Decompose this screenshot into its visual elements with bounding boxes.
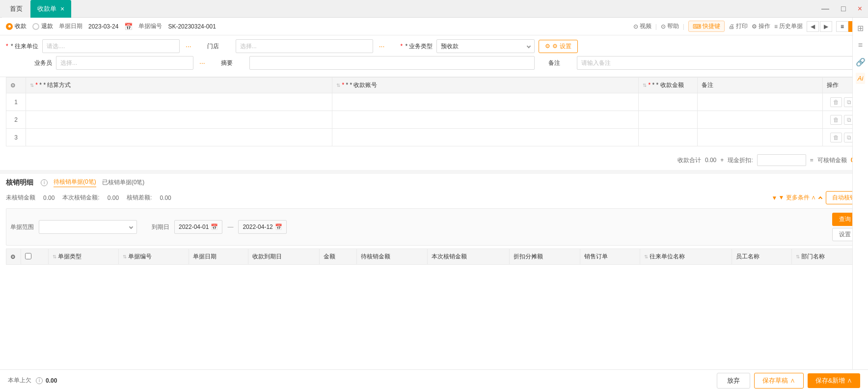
amount-cell-2[interactable] [639,111,698,129]
radio-refund-dot [32,23,39,30]
radio-receive[interactable]: 收款 [6,22,27,30]
th-amount: ⇅ * * 收款金额 [639,78,698,93]
save-button[interactable]: 保存&新增 ∧ [808,373,860,388]
delete-row-1-icon[interactable]: 🗑 [830,97,842,107]
summary-input[interactable] [249,56,535,70]
tab-home[interactable]: 首页 [2,0,30,18]
settlement-cell-2[interactable] [26,111,332,129]
receipts-table: ⚙ ⇅ * * 结算方式 ⇅ * * 收款账号 ⇅ * [6,77,862,146]
radio-refund[interactable]: 退款 [32,22,53,30]
th-counterparty-name: ⇅ 往来单位名称 [640,249,732,265]
more-conditions-button[interactable]: ▼ ▼ 更多条件 ∧ [772,194,822,202]
counterparty-more-icon[interactable]: ··· [184,42,193,50]
nav-prev-button[interactable]: ◀ [807,21,819,32]
calendar-icon[interactable]: 📅 [124,23,133,30]
th-sales-order: 销售订单 [580,249,640,265]
verify-table: ⚙ ⇅ 单据类型 ⇅ 单据编号 单据日期 [6,249,862,265]
prev-label: 本单上欠 [8,376,31,385]
nav-next-button[interactable]: ▶ [820,21,832,32]
delete-row-3-icon[interactable]: 🗑 [830,133,842,142]
th-pending-amount: 待核销金额 [357,249,428,265]
gear-icon-2[interactable]: ⚙ [10,253,16,260]
store-input[interactable]: 选择... [236,39,373,53]
staff-more-icon[interactable]: ··· [197,59,207,67]
notes-input[interactable]: 请输入备注 [577,56,862,70]
filter-icon: ▼ [772,195,778,201]
th-check-box [21,249,49,265]
sidebar-link-icon[interactable]: 🔗 [854,56,868,69]
sidebar-table-icon[interactable]: ⊞ [855,22,866,35]
prev-value: 0.00 [46,377,57,384]
th-bill-date: 单据日期 [189,249,248,265]
account-cell-1[interactable] [332,93,639,111]
verified-tab[interactable]: 已核销单据(0笔) [102,178,145,187]
close-button[interactable]: × [854,2,866,15]
th-current-amount: 本次核销金额 [428,249,510,265]
video-action[interactable]: ⊙ 视频 [633,22,651,30]
plus-sign: + [720,157,724,164]
number-label: 单据编号 [138,22,162,30]
select-all-checkbox[interactable] [25,253,31,259]
store-more-icon[interactable]: ··· [377,42,387,50]
verification-section: 核销明细 i 待核销单据(0笔) 已核销单据(0笔) 未核销金额 0.00 本次… [0,174,868,269]
right-sidebar: ⊞ ≡ 🔗 Ai [852,18,868,391]
minimize-button[interactable]: — [817,2,833,15]
verify-stats: 未核销金额 0.00 本次核销金额: 0.00 核销差额: 0.00 ▼ ▼ 更… [6,191,862,204]
sidebar-list-icon[interactable]: ≡ [856,39,865,52]
settings-button[interactable]: ⚙ ⚙ 设置 [539,40,577,53]
verifiable-label: 可核销金额 [817,156,847,165]
th-amount: 金额 [319,249,357,265]
maximize-button[interactable]: □ [837,2,850,15]
table-gear-icon[interactable]: ⚙ [10,82,16,89]
gear-icon: ⚙ [545,43,550,50]
draft-button[interactable]: 保存草稿 ∧ [754,373,804,389]
bottom-spacer [0,269,868,298]
date-separator: — [227,223,233,230]
amount-cell-1[interactable] [639,93,698,111]
form-area: * * 往来单位 请选.... ··· 门店 选择... ··· * * 业务类… [0,35,868,77]
top-toolbar: 收款 退款 单据日期 2023-03-24 📅 单据编号 SK-20230324… [0,18,868,35]
date-value: 2023-03-24 [88,23,118,30]
tab-close-icon[interactable]: × [60,5,64,13]
prev-info-icon[interactable]: i [36,377,43,384]
amount-cell-3[interactable] [639,129,698,146]
row-num-2: 2 [6,111,26,129]
sidebar-ai-label[interactable]: Ai [856,73,866,84]
tab-active[interactable]: 收款单 × [30,0,71,18]
diff-label: 核销差额: [127,194,152,202]
date-to-input[interactable]: 2022-04-12 📅 [238,220,286,234]
filter-range-select[interactable] [39,220,137,234]
discount-input[interactable] [757,154,806,166]
print-action[interactable]: 🖨 打印 [729,22,748,30]
date-from-input[interactable]: 2022-04-01 📅 [174,220,222,234]
verify-info-icon[interactable]: i [41,179,48,186]
date-label: 单据日期 [59,22,82,30]
account-cell-3[interactable] [332,129,639,146]
view-list-button[interactable]: ≡ [836,21,848,32]
verify-header: 核销明细 i 待核销单据(0笔) 已核销单据(0笔) [6,178,862,187]
history-action[interactable]: ≡ 历史单据 [774,22,803,30]
help-action[interactable]: ⊙ 帮助 [661,22,679,30]
abandon-button[interactable]: 放弃 [717,373,750,389]
account-cell-2[interactable] [332,111,639,129]
form-row-2: x 业务员 选择... ··· 摘要 备注 请输入备注 [6,56,862,70]
number-value: SK-20230324-001 [168,23,216,30]
settlement-cell-1[interactable] [26,93,332,111]
chevron-up-icon [817,195,822,201]
settlement-cell-3[interactable] [26,129,332,146]
pending-tab[interactable]: 待核销单据(0笔) [54,178,96,187]
counterparty-input[interactable]: 请选.... [42,39,180,53]
staff-input[interactable]: 选择... [56,56,193,70]
bottom-left: 本单上欠 i 0.00 [8,376,57,385]
notes-cell-1[interactable] [698,93,823,111]
notes-cell-3[interactable] [698,129,823,146]
shortcut-action[interactable]: ⌨ 快捷键 [688,21,725,32]
shortcut-icon: ⌨ [693,23,701,30]
th-bill-type: ⇅ 单据类型 [49,249,119,265]
store-label: 门店 [207,42,232,51]
delete-row-2-icon[interactable]: 🗑 [830,115,842,125]
business-type-select[interactable]: 预收款 [436,39,535,53]
notes-cell-2[interactable] [698,111,823,129]
operation-action[interactable]: ⚙ 操作 [752,22,770,30]
due-date-label: 到期日 [152,223,169,231]
